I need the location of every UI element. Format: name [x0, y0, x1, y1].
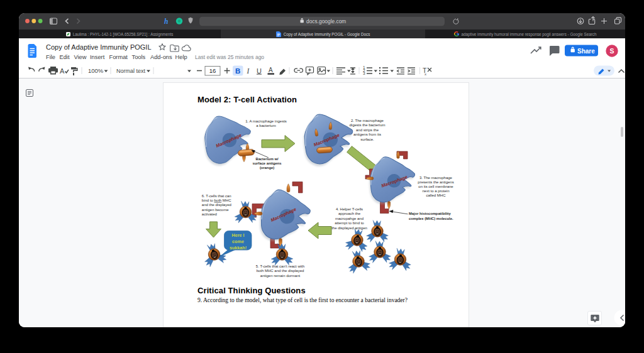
svg-text:4. Helper T-cells: 4. Helper T-cells: [336, 207, 363, 211]
svg-text:5. T-cells that can’t react wi: 5. T-cells that can’t react with: [256, 264, 304, 268]
svg-text:digests the bacterium: digests the bacterium: [349, 123, 385, 127]
svg-text:3: 3: [363, 71, 365, 75]
svg-text:S: S: [609, 47, 614, 55]
svg-text:both MHC and the displayed: both MHC and the displayed: [257, 269, 304, 273]
svg-text:attempt to bind to: attempt to bind to: [335, 221, 364, 225]
svg-text:6. T-cells that can: 6. T-cells that can: [202, 194, 231, 198]
svg-text:complex (MHC) molecule.: complex (MHC) molecule.: [409, 217, 453, 220]
svg-text:U: U: [257, 67, 262, 75]
svg-text:File: File: [46, 54, 55, 60]
svg-text:View: View: [74, 54, 87, 60]
svg-text:bind to both MHC: bind to both MHC: [202, 198, 231, 202]
svg-text:16: 16: [209, 67, 216, 74]
svg-text:Major histocompatibility: Major histocompatibility: [409, 212, 451, 215]
svg-text:A: A: [269, 67, 273, 73]
svg-text:the displayed antigen: the displayed antigen: [331, 226, 367, 230]
svg-text:Edit: Edit: [60, 54, 70, 60]
svg-text:100%: 100%: [88, 67, 104, 74]
svg-text:B: B: [235, 67, 240, 75]
svg-text:presents the antigens: presents the antigens: [418, 180, 453, 184]
svg-text:sukkah!: sukkah!: [230, 245, 247, 251]
svg-text:h: h: [164, 18, 168, 25]
svg-text:x: x: [425, 72, 426, 76]
svg-text:Insert: Insert: [90, 54, 105, 60]
svg-text:Add-ons: Add-ons: [150, 54, 172, 60]
svg-text:surface antigens: surface antigens: [252, 161, 281, 165]
svg-text:called MHC: called MHC: [426, 193, 446, 197]
svg-text:antigen become: antigen become: [202, 208, 229, 212]
svg-text:Bacterium w/: Bacterium w/: [255, 157, 278, 161]
svg-text:macropahge and: macropahge and: [335, 217, 364, 220]
svg-text:Normal text: Normal text: [116, 68, 146, 74]
svg-text:(orange): (orange): [260, 166, 274, 170]
svg-text:antigen remain dormant: antigen remain dormant: [260, 274, 301, 278]
svg-text:activated: activated: [202, 212, 217, 216]
svg-text:Tools: Tools: [132, 54, 146, 60]
svg-text:Format: Format: [109, 54, 128, 60]
svg-text:antigens from its: antigens from its: [353, 133, 381, 136]
svg-text:3. The macrophage: 3. The macrophage: [419, 176, 453, 180]
svg-text:Here I: Here I: [232, 232, 245, 238]
svg-text:I: I: [247, 67, 250, 75]
svg-text:and the displayed: and the displayed: [202, 203, 231, 207]
svg-text:A: A: [60, 67, 65, 75]
svg-text:come: come: [232, 239, 244, 244]
svg-text:2. The macrophage: 2. The macrophage: [351, 119, 384, 122]
svg-text:docs.google.com: docs.google.com: [306, 18, 346, 24]
svg-text:on its cell membrane: on its cell membrane: [418, 185, 453, 188]
svg-text:approach the: approach the: [338, 212, 361, 215]
svg-text:surface.: surface.: [360, 138, 374, 141]
svg-text:Copy of Adaptive Immunity POGI: Copy of Adaptive Immunity POGIL: [46, 43, 152, 51]
svg-text:a bacterium: a bacterium: [256, 124, 275, 128]
svg-text:Help: Help: [175, 54, 187, 60]
svg-text:Last edit was 25 minutes ago: Last edit was 25 minutes ago: [195, 54, 264, 60]
svg-text:Share: Share: [577, 48, 595, 55]
svg-text:1. A macrophage ingests: 1. A macrophage ingests: [245, 119, 287, 123]
svg-text:next to a protein: next to a protein: [422, 189, 449, 193]
svg-text:and strips the: and strips the: [356, 128, 379, 132]
